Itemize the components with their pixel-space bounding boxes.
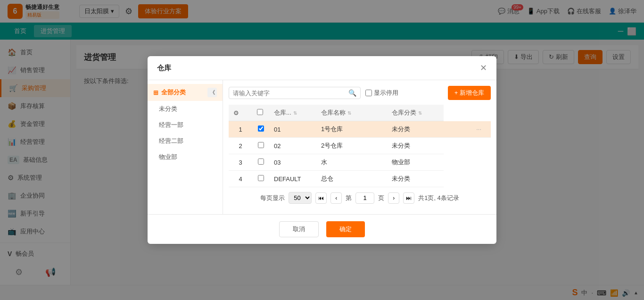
table-row: 3 03 水 物业部 xyxy=(229,154,491,171)
next-page-button[interactable]: › xyxy=(388,192,399,204)
search-input[interactable] xyxy=(233,90,348,97)
show-disabled-text: 显示停用 xyxy=(374,89,398,97)
row-category: 物业部 xyxy=(387,154,444,171)
total-label: 共1页, 4条记录 xyxy=(418,194,459,202)
per-page-label: 每页显示 xyxy=(260,194,285,202)
table-row: 1 01 1号仓库 未分类 ··· xyxy=(229,121,491,138)
row-seq: 4 xyxy=(229,171,252,187)
page-number-input[interactable] xyxy=(355,192,374,204)
sort-name-icon: ⇅ xyxy=(347,110,351,116)
page-suffix: 页 xyxy=(378,194,384,202)
modal-body: ⊞ 全部分类 《 未分类 经营一部 经营二部 物业部 🔍 xyxy=(148,80,496,214)
table-row: 2 02 2号仓库 未分类 xyxy=(229,138,491,154)
row-checkbox-cell xyxy=(252,121,269,138)
select-all-checkbox[interactable] xyxy=(257,109,263,115)
collapse-button[interactable]: 《 xyxy=(207,88,217,97)
modal-footer: 取消 确定 xyxy=(148,214,496,244)
col-category-header[interactable]: 仓库分类⇅ xyxy=(387,105,444,121)
row-action[interactable]: ··· xyxy=(444,121,491,138)
modal-toolbar: 🔍 显示停用 + 新增仓库 xyxy=(229,86,491,100)
page-prefix: 第 xyxy=(346,194,352,202)
category-item-ops1[interactable]: 经营一部 xyxy=(148,117,223,133)
prev-page-button[interactable]: ‹ xyxy=(330,192,342,204)
row-name: 水 xyxy=(316,154,387,171)
col-checkbox xyxy=(252,105,269,121)
warehouse-modal: 仓库 ✕ ⊞ 全部分类 《 未分类 经营一部 经营二部 物业部 xyxy=(148,56,496,244)
row-code: DEFAULT xyxy=(269,171,316,187)
row-name: 1号仓库 xyxy=(316,121,387,138)
row-category: 未分类 xyxy=(387,121,444,138)
row-code: 01 xyxy=(269,121,316,138)
modal-overlay[interactable]: 仓库 ✕ ⊞ 全部分类 《 未分类 经营一部 经营二部 物业部 xyxy=(0,0,644,300)
row-checkbox[interactable] xyxy=(258,125,264,132)
category-item-ops2[interactable]: 经营二部 xyxy=(148,133,223,149)
per-page-select[interactable]: 50 xyxy=(289,192,312,204)
grid-icon: ⊞ xyxy=(153,89,158,96)
first-page-button[interactable]: ⏮ xyxy=(315,192,327,204)
modal-title: 仓库 xyxy=(157,64,171,73)
new-warehouse-button[interactable]: + 新增仓库 xyxy=(448,86,491,100)
row-category: 未分类 xyxy=(387,171,444,187)
row-seq: 2 xyxy=(229,138,252,154)
row-checkbox[interactable] xyxy=(258,158,264,165)
row-checkbox[interactable] xyxy=(258,175,264,181)
row-seq: 1 xyxy=(229,121,252,138)
sort-code-icon: ⇅ xyxy=(293,110,297,116)
pagination: 每页显示 50 ⏮ ‹ 第 页 › ⏭ 共1页, 4条记录 xyxy=(229,187,491,208)
table-panel: 🔍 显示停用 + 新增仓库 ⚙ 仓库. xyxy=(223,80,496,214)
row-checkbox-cell xyxy=(252,171,269,187)
category-item-property[interactable]: 物业部 xyxy=(148,149,223,165)
cancel-button[interactable]: 取消 xyxy=(279,221,319,237)
row-seq: 3 xyxy=(229,154,252,171)
col-code-header[interactable]: 仓库...⇅ xyxy=(269,105,316,121)
row-code: 03 xyxy=(269,154,316,171)
table-body: 1 01 1号仓库 未分类 ··· 2 02 2号仓库 未分类 3 03 水 物… xyxy=(229,121,491,187)
row-category: 未分类 xyxy=(387,138,444,154)
row-code: 02 xyxy=(269,138,316,154)
search-input-wrap[interactable]: 🔍 xyxy=(229,87,361,99)
search-icon[interactable]: 🔍 xyxy=(348,89,356,97)
all-categories-item[interactable]: ⊞ 全部分类 《 xyxy=(148,84,223,101)
sort-cat-icon: ⇅ xyxy=(418,110,422,116)
modal-header: 仓库 ✕ xyxy=(148,56,496,80)
show-disabled-checkbox[interactable] xyxy=(365,90,372,96)
col-settings: ⚙ xyxy=(229,105,252,121)
table-header-row: ⚙ 仓库...⇅ 仓库名称⇅ 仓库分类⇅ xyxy=(229,105,491,121)
row-name: 2号仓库 xyxy=(316,138,387,154)
warehouse-table: ⚙ 仓库...⇅ 仓库名称⇅ 仓库分类⇅ xyxy=(229,105,491,187)
table-header: ⚙ 仓库...⇅ 仓库名称⇅ 仓库分类⇅ xyxy=(229,105,491,121)
confirm-button[interactable]: 确定 xyxy=(326,221,365,237)
col-name-header[interactable]: 仓库名称⇅ xyxy=(316,105,387,121)
row-name: 总仓 xyxy=(316,171,387,187)
last-page-button[interactable]: ⏭ xyxy=(403,192,414,204)
all-categories-label: 全部分类 xyxy=(161,88,186,97)
row-checkbox[interactable] xyxy=(258,142,264,148)
show-disabled-label[interactable]: 显示停用 xyxy=(365,89,398,97)
table-row: 4 DEFAULT 总仓 未分类 xyxy=(229,171,491,187)
row-checkbox-cell xyxy=(252,138,269,154)
category-panel: ⊞ 全部分类 《 未分类 经营一部 经营二部 物业部 xyxy=(148,80,223,214)
category-item-unclassified[interactable]: 未分类 xyxy=(148,101,223,117)
row-checkbox-cell xyxy=(252,154,269,171)
modal-close-button[interactable]: ✕ xyxy=(480,63,487,73)
